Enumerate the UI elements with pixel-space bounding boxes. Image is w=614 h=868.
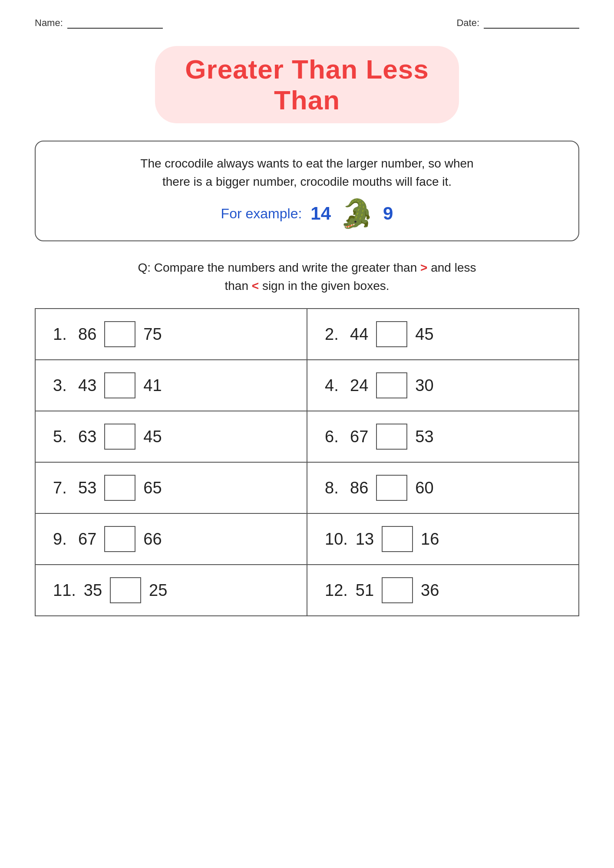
answer-box-3[interactable] xyxy=(104,372,135,398)
problem-row: 9. 67 66 xyxy=(53,526,289,552)
answer-box-2[interactable] xyxy=(376,321,407,347)
problem-cell-11: 11. 35 25 xyxy=(35,565,307,616)
problem-row: 12. 51 36 xyxy=(325,577,561,603)
first-number: 51 xyxy=(356,581,374,600)
example-label: For example: xyxy=(221,206,302,222)
second-number: 66 xyxy=(143,530,162,549)
example-num1: 14 xyxy=(310,203,331,224)
problem-cell-7: 7. 53 65 xyxy=(35,462,307,513)
title-box: Greater Than Less Than xyxy=(155,46,459,123)
answer-box-4[interactable] xyxy=(376,372,407,398)
problem-index: 12. xyxy=(325,581,348,600)
problem-index: 3. xyxy=(53,376,70,395)
first-number: 86 xyxy=(78,325,96,344)
problem-index: 4. xyxy=(325,376,342,395)
problem-index: 6. xyxy=(325,427,342,446)
first-number: 67 xyxy=(350,427,368,446)
problem-row: 3. 43 41 xyxy=(53,372,289,398)
answer-box-12[interactable] xyxy=(382,577,413,603)
header: Name: Date: xyxy=(35,17,579,29)
crocodile-icon: 🐊 xyxy=(340,200,374,227)
first-number: 13 xyxy=(356,530,374,549)
answer-box-9[interactable] xyxy=(104,526,135,552)
problem-cell-2: 2. 44 45 xyxy=(307,309,579,360)
problem-cell-1: 1. 86 75 xyxy=(35,309,307,360)
answer-box-6[interactable] xyxy=(376,424,407,450)
problem-index: 10. xyxy=(325,530,348,549)
first-number: 67 xyxy=(78,530,96,549)
first-number: 44 xyxy=(350,325,368,344)
instruction-box: The crocodile always wants to eat the la… xyxy=(35,141,579,241)
problem-row: 8. 86 60 xyxy=(325,475,561,501)
problems-table: 1. 86 75 2. 44 45 3. 43 41 4. 24 xyxy=(35,308,579,616)
problem-row: 5. 63 45 xyxy=(53,424,289,450)
example-row: For example: 14 🐊 9 xyxy=(57,200,557,227)
problem-index: 7. xyxy=(53,479,70,497)
second-number: 75 xyxy=(143,325,162,344)
problem-cell-12: 12. 51 36 xyxy=(307,565,579,616)
name-label: Name: xyxy=(35,17,63,29)
page-title: Greater Than Less Than xyxy=(185,54,429,115)
problem-index: 11. xyxy=(53,581,76,600)
second-number: 41 xyxy=(143,376,162,395)
second-number: 36 xyxy=(421,581,439,600)
greater-than-symbol: > xyxy=(420,261,427,274)
problem-row: 7. 53 65 xyxy=(53,475,289,501)
date-field: Date: xyxy=(456,17,579,29)
second-number: 53 xyxy=(415,427,433,446)
answer-box-10[interactable] xyxy=(382,526,413,552)
first-number: 53 xyxy=(78,479,96,497)
problem-row: 6. 67 53 xyxy=(325,424,561,450)
second-number: 45 xyxy=(143,427,162,446)
second-number: 45 xyxy=(415,325,433,344)
problem-cell-9: 9. 67 66 xyxy=(35,513,307,565)
second-number: 65 xyxy=(143,479,162,497)
example-num2: 9 xyxy=(383,203,393,224)
first-number: 35 xyxy=(84,581,102,600)
problem-row: 11. 35 25 xyxy=(53,577,289,603)
first-number: 86 xyxy=(350,479,368,497)
less-than-symbol: < xyxy=(252,279,259,293)
name-line xyxy=(67,18,163,29)
instruction-text: The crocodile always wants to eat the la… xyxy=(57,155,557,191)
first-number: 24 xyxy=(350,376,368,395)
problem-cell-10: 10. 13 16 xyxy=(307,513,579,565)
name-field: Name: xyxy=(35,17,163,29)
problem-cell-5: 5. 63 45 xyxy=(35,411,307,462)
problem-index: 9. xyxy=(53,530,70,549)
second-number: 60 xyxy=(415,479,433,497)
problem-cell-4: 4. 24 30 xyxy=(307,360,579,411)
problem-row: 10. 13 16 xyxy=(325,526,561,552)
answer-box-7[interactable] xyxy=(104,475,135,501)
problem-row: 4. 24 30 xyxy=(325,372,561,398)
problem-cell-6: 6. 67 53 xyxy=(307,411,579,462)
problem-cell-3: 3. 43 41 xyxy=(35,360,307,411)
second-number: 30 xyxy=(415,376,433,395)
second-number: 25 xyxy=(149,581,167,600)
answer-box-11[interactable] xyxy=(110,577,141,603)
problem-cell-8: 8. 86 60 xyxy=(307,462,579,513)
problem-index: 5. xyxy=(53,427,70,446)
answer-box-5[interactable] xyxy=(104,424,135,450)
answer-box-8[interactable] xyxy=(376,475,407,501)
date-label: Date: xyxy=(456,17,479,29)
problem-row: 1. 86 75 xyxy=(53,321,289,347)
first-number: 63 xyxy=(78,427,96,446)
second-number: 16 xyxy=(421,530,439,549)
problem-index: 1. xyxy=(53,325,70,344)
answer-box-1[interactable] xyxy=(104,321,135,347)
problem-index: 2. xyxy=(325,325,342,344)
problem-index: 8. xyxy=(325,479,342,497)
problem-row: 2. 44 45 xyxy=(325,321,561,347)
question-text: Q: Compare the numbers and write the gre… xyxy=(35,259,579,295)
date-line xyxy=(484,18,579,29)
first-number: 43 xyxy=(78,376,96,395)
